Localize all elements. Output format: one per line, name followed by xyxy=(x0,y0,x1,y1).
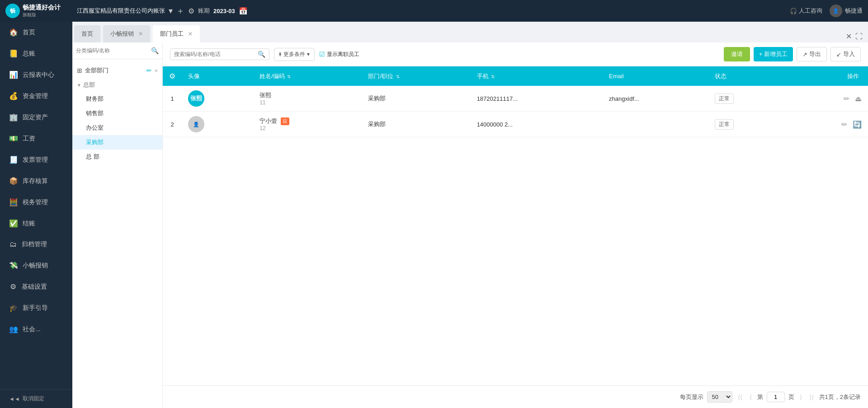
page-first-button[interactable]: ⟨⟨ xyxy=(736,393,744,402)
user-info[interactable]: 👤 畅捷通 xyxy=(830,5,863,17)
column-settings-button[interactable]: ⚙ xyxy=(169,72,175,80)
dept-node-finance[interactable]: 财务部 xyxy=(72,92,162,106)
import-icon: ↙ xyxy=(836,51,841,58)
logout-employee-button[interactable]: ⏏ xyxy=(855,94,862,103)
page-last-button[interactable]: ⟩⟩ xyxy=(807,393,816,402)
dept-node-office[interactable]: 办公室 xyxy=(72,121,162,135)
sidebar-item-archive[interactable]: 🗂 归档管理 xyxy=(0,234,72,255)
sidebar-item-tax[interactable]: 🧮 税务管理 xyxy=(0,192,72,213)
more-filter-button[interactable]: ⧱ 更多条件 ▾ xyxy=(274,48,315,61)
add-employee-button[interactable]: + 新增员工 xyxy=(754,47,793,61)
per-page-label: 每页显示 xyxy=(680,393,703,401)
dept-edit-button[interactable]: ✏ xyxy=(146,67,152,74)
sidebar-item-label: 固定资产 xyxy=(23,113,48,122)
sidebar-item-label: 云报表中心 xyxy=(23,71,54,79)
sidebar-item-guide[interactable]: 🎓 新手引导 xyxy=(0,297,72,319)
th-phone[interactable]: 手机 ⇅ xyxy=(471,66,603,86)
fund-icon: 💰 xyxy=(9,92,18,100)
dept-collapse-button[interactable]: « xyxy=(155,67,158,74)
ledger-icon: 📒 xyxy=(9,49,18,58)
archive-icon: 🗂 xyxy=(9,240,17,249)
dept-node-sales[interactable]: 销售部 xyxy=(72,106,162,121)
dept-tree-header[interactable]: ⊞ 全部部门 ✏ « xyxy=(72,63,162,78)
sidebar-item-fixed-assets[interactable]: 🏢 固定资产 xyxy=(0,107,72,128)
th-name[interactable]: 姓名/编码 ⇅ xyxy=(253,66,362,86)
tab-dept-employee[interactable]: 部门员工 ✕ xyxy=(153,25,200,42)
per-page-select[interactable]: 50 10 20 100 xyxy=(707,391,732,403)
inventory-icon: 📦 xyxy=(9,177,18,185)
tab-expense[interactable]: 小畅报销 ✕ xyxy=(103,25,150,42)
sidebar-item-label: 库存核算 xyxy=(23,177,48,185)
sidebar-item-expense[interactable]: 💸 小畅报销 xyxy=(0,255,72,276)
main-layout: 🏠 首页 📒 总账 📊 云报表中心 💰 资金管理 🏢 固定资产 💵 工资 🧾 发… xyxy=(0,22,868,408)
sidebar-item-label: 结账 xyxy=(23,220,35,228)
settings-button[interactable]: ⚙ xyxy=(188,7,194,15)
dept-node-headquarters[interactable]: 总 部 xyxy=(72,150,162,164)
edit-employee-button[interactable]: ✏ xyxy=(844,94,849,103)
sidebar-item-social[interactable]: 👥 社会... xyxy=(0,319,72,340)
row-avatar: 张熙 xyxy=(182,86,253,112)
sidebar-item-close-account[interactable]: ✅ 结账 xyxy=(0,213,72,234)
page-next-button[interactable]: ⟩ xyxy=(798,393,804,402)
th-dept[interactable]: 部门/职位 ⇅ xyxy=(362,66,470,86)
row-status: 正常 xyxy=(708,86,787,112)
toolbar-right: 邀请 + 新增员工 ↗ 导出 ↙ 导入 xyxy=(724,47,861,61)
sidebar-item-cloud-reports[interactable]: 📊 云报表中心 xyxy=(0,64,72,85)
action-icons: ✏ 🔄 xyxy=(793,120,862,129)
delete-employee-button[interactable]: 🔄 xyxy=(853,120,862,129)
invoice-icon: 🧾 xyxy=(9,155,18,164)
all-dept-label: 全部部门 xyxy=(85,66,108,75)
emp-search-button[interactable]: 🔍 xyxy=(258,51,265,58)
content-area: 首页 小畅报销 ✕ 部门员工 ✕ ✕ ⛶ 🔍 xyxy=(72,22,868,408)
sidebar-item-label: 社会... xyxy=(23,325,41,333)
maximize-tab-button[interactable]: ⛶ xyxy=(855,33,863,41)
left-arrow-icon: ◄◄ xyxy=(9,396,20,402)
row-phone: 18720211117... xyxy=(471,86,603,112)
dept-search-area: 🔍 xyxy=(72,42,162,59)
sidebar-item-inventory[interactable]: 📦 库存核算 xyxy=(0,170,72,192)
invite-button[interactable]: 邀请 xyxy=(724,47,750,61)
dept-node-purchasing[interactable]: 采购部 xyxy=(72,135,162,150)
row-phone: 14000000 2... xyxy=(471,112,603,137)
tab-close-expense[interactable]: ✕ xyxy=(138,31,143,37)
export-button[interactable]: ↗ 导出 xyxy=(797,47,827,61)
table-header-row: ⚙ 头像 姓名/编码 ⇅ 部门/职位 ⇅ xyxy=(163,66,868,86)
company-dropdown-button[interactable]: ▾ xyxy=(169,6,173,16)
sidebar-item-label: 总账 xyxy=(23,50,35,58)
dept-search-input[interactable] xyxy=(76,47,149,54)
import-button[interactable]: ↙ 导入 xyxy=(830,47,861,61)
dept-search-button[interactable]: 🔍 xyxy=(151,47,159,54)
grid-icon: ⊞ xyxy=(77,67,82,74)
headset-icon: 🎧 xyxy=(790,8,797,14)
table-row: 2 👤 宁小壹 应 12 xyxy=(163,112,868,137)
dept-node-headquarters-parent[interactable]: ▼ 总部 xyxy=(72,78,162,92)
emp-name-row: 宁小壹 应 xyxy=(259,117,355,125)
tab-home[interactable]: 首页 xyxy=(74,25,100,42)
sidebar-item-settings[interactable]: ⚙ 基础设置 xyxy=(0,276,72,297)
page-input[interactable] xyxy=(767,392,785,402)
add-company-button[interactable]: ＋ xyxy=(176,5,184,16)
show-resigned-checkbox-label[interactable]: ☑ 显示离职员工 xyxy=(319,51,359,58)
sidebar-item-fund-management[interactable]: 💰 资金管理 xyxy=(0,85,72,107)
close-tab-button[interactable]: ✕ xyxy=(846,32,852,41)
sidebar-item-invoice[interactable]: 🧾 发票管理 xyxy=(0,149,72,170)
page-prev-button[interactable]: ⟨ xyxy=(748,393,754,402)
consult-button[interactable]: 🎧 人工咨询 xyxy=(790,7,822,15)
sidebar-item-home[interactable]: 🏠 首页 xyxy=(0,22,72,43)
sidebar-item-salary[interactable]: 💵 工资 xyxy=(0,128,72,149)
status-badge: 正常 xyxy=(715,94,734,104)
row-index: 1 xyxy=(163,86,182,112)
unpin-button[interactable]: ◄◄ 取消固定 xyxy=(0,389,72,408)
export-icon: ↗ xyxy=(802,51,807,58)
edit-employee-button[interactable]: ✏ xyxy=(841,120,847,129)
emp-table-wrap: ⚙ 头像 姓名/编码 ⇅ 部门/职位 ⇅ xyxy=(163,66,868,385)
calendar-button[interactable]: 📅 xyxy=(239,7,248,15)
sidebar-item-general-ledger[interactable]: 📒 总账 xyxy=(0,43,72,64)
home-icon: 🏠 xyxy=(9,28,18,37)
sidebar: 🏠 首页 📒 总账 📊 云报表中心 💰 资金管理 🏢 固定资产 💵 工资 🧾 发… xyxy=(0,22,72,408)
tabs-bar: 首页 小畅报销 ✕ 部门员工 ✕ ✕ ⛶ xyxy=(72,22,868,42)
filter-icon: ⧱ xyxy=(279,51,282,57)
tab-close-dept[interactable]: ✕ xyxy=(188,31,193,37)
sidebar-item-label: 工资 xyxy=(23,135,35,143)
emp-search-input[interactable] xyxy=(174,51,256,57)
